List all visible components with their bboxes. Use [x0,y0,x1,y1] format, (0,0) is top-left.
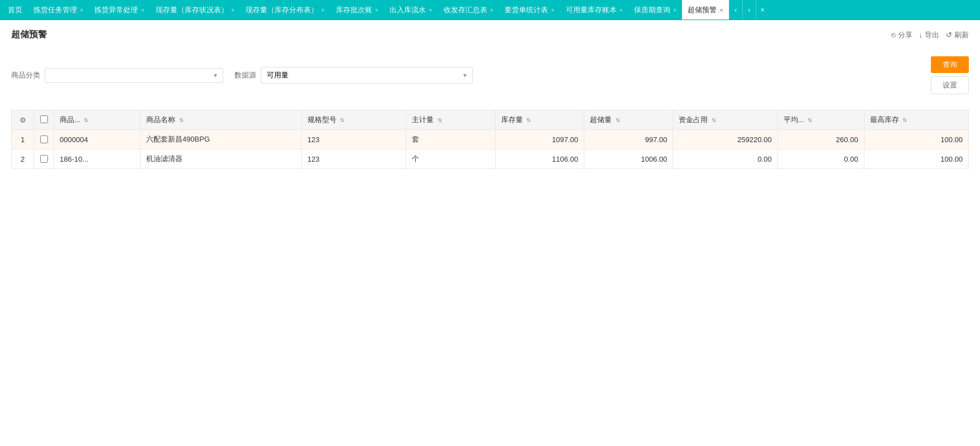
sort-unit-icon[interactable]: ⇅ [438,117,442,123]
row-1-unit: 套 [406,130,495,149]
gear-icon[interactable]: ⚙ [20,116,26,124]
nav-home[interactable]: 首页 [2,0,28,20]
col-header-check [34,110,54,130]
close-nav-9[interactable]: × [619,7,623,13]
row-1-spec: 123 [301,130,406,149]
col-header-product-name: 商品名称 ⇅ [140,110,301,130]
col-header-settings: ⚙ [12,110,34,130]
category-filter: 商品分类 ▾ [11,68,223,83]
nav-summary[interactable]: 收发存汇总表× [438,0,499,20]
category-select-value [51,71,53,80]
row-check-1 [34,130,54,149]
row-2-product-name: 机油滤清器 [140,149,301,169]
col-header-overstock: 超储量 ⇅ [584,110,672,130]
nav-more-arrow[interactable]: × [756,0,769,20]
nav-inout-flow[interactable]: 出入库流水× [384,0,438,20]
close-nav-4[interactable]: × [321,7,324,13]
row-num-1: 1 [12,130,34,149]
header-actions: ⎋ 分享 ↓ 导出 ↺ 刷新 [891,30,969,40]
close-nav-10[interactable]: × [673,7,676,13]
page-title: 超储预警 [11,29,47,41]
datasource-label: 数据源 [234,70,256,80]
sort-avg-price-icon[interactable]: ⇅ [808,117,812,123]
sort-product-name-icon[interactable]: ⇅ [179,117,184,123]
close-nav-2[interactable]: × [141,7,144,13]
col-header-capital: 资金占用 ⇅ [673,110,777,130]
row-1-avg-price: 260.00 [777,130,864,149]
data-table: ⚙ 商品... ⇅ 商品名称 ⇅ 规格型号 ⇅ 主计量 [11,110,969,169]
close-nav-3[interactable]: × [231,7,234,13]
close-nav-5[interactable]: × [375,7,378,13]
col-header-unit: 主计量 ⇅ [406,110,495,130]
row-1-product-code: 0000004 [54,130,141,149]
sort-product-code-icon[interactable]: ⇅ [84,117,88,123]
row-1-max-stock: 100.00 [864,130,968,149]
row-1-stock: 1097.00 [495,130,584,149]
category-label: 商品分类 [11,70,40,80]
sort-max-stock-icon[interactable]: ⇅ [902,117,907,123]
settings-button[interactable]: 设置 [931,76,969,94]
datasource-filter: 数据源 可用量 ▾ [234,67,473,84]
category-select[interactable]: ▾ [45,68,223,83]
close-nav-7[interactable]: × [490,7,493,13]
export-icon: ↓ [919,31,923,39]
nav-order-stats[interactable]: 要货单统计表× [499,0,560,20]
export-button[interactable]: ↓ 导出 [919,30,940,40]
query-button[interactable]: 查询 [931,56,969,73]
top-navigation: 首页 拣货任务管理× 拣货异常处理× 现存量（库存状况表）× 现存量（库存分布表… [0,0,980,20]
col-header-max-stock: 最高库存 ⇅ [864,110,968,130]
sort-overstock-icon[interactable]: ⇅ [616,117,620,123]
select-all-checkbox[interactable] [40,115,48,123]
sort-capital-icon[interactable]: ⇅ [712,117,716,123]
nav-stock-status[interactable]: 现存量（库存状况表）× [150,0,240,20]
row-2-product-code: 186-10... [54,149,141,169]
row-1-checkbox[interactable] [40,135,48,143]
share-button[interactable]: ⎋ 分享 [891,30,912,40]
page-header: 超储预警 ⎋ 分享 ↓ 导出 ↺ 刷新 [11,29,969,41]
row-2-stock: 1106.00 [495,149,584,169]
row-2-max-stock: 100.00 [864,149,968,169]
nav-next-arrow[interactable]: › [742,0,756,20]
datasource-select-value: 可用量 [267,70,289,80]
sort-spec-icon[interactable]: ⇅ [340,117,344,123]
nav-pick-task[interactable]: 拣货任务管理× [28,0,89,20]
row-2-checkbox[interactable] [40,155,48,163]
row-check-2 [34,149,54,169]
datasource-chevron-icon: ▾ [463,71,467,79]
nav-available-account[interactable]: 可用量库存账本× [560,0,628,20]
close-nav-8[interactable]: × [551,7,554,13]
nav-batch-account[interactable]: 库存批次账× [330,0,384,20]
close-nav-6[interactable]: × [429,7,432,13]
row-2-capital: 0.00 [673,149,777,169]
datasource-select[interactable]: 可用量 ▾ [261,67,473,84]
row-1-product-name: 六配套新昌490BPG [140,130,301,149]
nav-overstock-warning[interactable]: 超储预警× [682,0,728,20]
nav-stock-dist[interactable]: 现存量（库存分布表）× [240,0,330,20]
table-row: 1 0000004 六配套新昌490BPG 123 套 1097.00 997.… [12,130,969,149]
row-2-avg-price: 0.00 [777,149,864,169]
main-content: 超储预警 ⎋ 分享 ↓ 导出 ↺ 刷新 商品分类 ▾ 数据源 [0,20,980,446]
table-header-row: ⚙ 商品... ⇅ 商品名称 ⇅ 规格型号 ⇅ 主计量 [12,110,969,130]
col-header-avg-price: 平均... ⇅ [777,110,864,130]
table-row: 2 186-10... 机油滤清器 123 个 1106.00 1006.00 … [12,149,969,169]
nav-pick-exception[interactable]: 拣货异常处理× [89,0,150,20]
filter-bar: 商品分类 ▾ 数据源 可用量 ▾ 查询 设置 [11,50,969,101]
close-nav-1[interactable]: × [80,7,83,13]
col-header-spec: 规格型号 ⇅ [301,110,406,130]
row-num-2: 2 [12,149,34,169]
col-header-product-code: 商品... ⇅ [54,110,141,130]
nav-expiry-query[interactable]: 保质期查询× [628,0,682,20]
row-1-capital: 259220.00 [673,130,777,149]
filter-actions: 查询 设置 [931,56,969,94]
row-2-unit: 个 [406,149,495,169]
row-2-spec: 123 [301,149,406,169]
share-icon: ⎋ [891,31,896,39]
refresh-icon: ↺ [946,31,952,39]
nav-prev-arrow[interactable]: ‹ [729,0,742,20]
row-1-overstock: 997.00 [584,130,672,149]
category-chevron-icon: ▾ [214,71,217,79]
sort-stock-icon[interactable]: ⇅ [526,117,531,123]
refresh-button[interactable]: ↺ 刷新 [946,30,969,40]
row-2-overstock: 1006.00 [584,149,672,169]
close-nav-11[interactable]: × [719,7,723,13]
